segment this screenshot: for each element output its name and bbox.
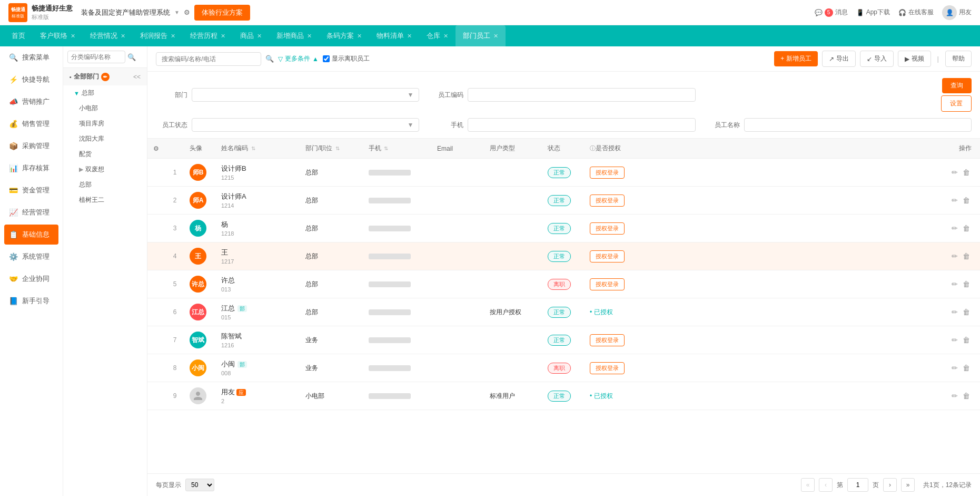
tab-add-goods[interactable]: 新增商品 ✕ <box>269 25 319 46</box>
app-download-btn[interactable]: 📱 App下载 <box>856 8 890 17</box>
dept-item-shuangfei[interactable]: ▶ 双废想 <box>63 162 147 177</box>
auth-login-btn[interactable]: 授权登录 <box>590 222 625 235</box>
show-resigned-checkbox[interactable] <box>323 55 330 62</box>
delete-btn[interactable]: 🗑 <box>961 336 972 344</box>
add-employee-btn[interactable]: + 新增员工 <box>774 51 817 66</box>
sidebar-item-search[interactable]: 🔍 搜索菜单 <box>0 46 63 69</box>
dept-item-project[interactable]: 项目库房 <box>63 116 147 131</box>
view-btn[interactable]: ▶ 视频 <box>898 51 931 67</box>
edit-btn[interactable]: ✏ <box>950 308 959 316</box>
auth-login-btn[interactable]: 授权登录 <box>590 278 625 290</box>
auth-login-btn[interactable]: 授权登录 <box>590 362 625 374</box>
pagination-first[interactable]: « <box>801 478 815 492</box>
gear-icon[interactable]: ⚙ <box>184 8 190 16</box>
edit-btn[interactable]: ✏ <box>950 392 959 400</box>
collapse-btn[interactable]: << <box>133 73 141 81</box>
phone-input[interactable] <box>468 118 695 132</box>
more-conditions-btn[interactable]: ▽ 更多条件 ▲ <box>278 54 319 63</box>
dept-search-icon[interactable]: 🔍 <box>127 53 136 61</box>
dept-item-small[interactable]: 小电部 <box>63 101 147 116</box>
tab-bom[interactable]: 物料清单 ✕ <box>369 25 419 46</box>
edit-btn[interactable]: ✏ <box>950 280 959 288</box>
auth-login-btn[interactable]: 授权登录 <box>590 194 625 207</box>
close-warehouse[interactable]: ✕ <box>443 33 448 40</box>
online-service-btn[interactable]: 🎧 在线客服 <box>898 8 934 17</box>
close-history[interactable]: ✕ <box>221 33 225 40</box>
close-staff[interactable]: ✕ <box>493 33 498 40</box>
th-name[interactable]: 姓名/编码 ⇅ <box>217 139 301 159</box>
auth-login-btn[interactable]: 授权登录 <box>590 334 625 346</box>
sidebar-item-quicknav[interactable]: ⚡ 快捷导航 <box>0 69 63 91</box>
edit-btn[interactable]: ✏ <box>950 364 959 372</box>
close-goods[interactable]: ✕ <box>257 33 262 40</box>
search-btn[interactable]: 🔍 <box>265 55 274 63</box>
sidebar-item-system[interactable]: ⚙️ 系统管理 <box>0 246 63 268</box>
tab-warehouse[interactable]: 仓库 ✕ <box>419 25 456 46</box>
trial-button[interactable]: 体验行业方案 <box>194 5 250 21</box>
page-input[interactable] <box>847 478 868 492</box>
auth-login-btn[interactable]: 授权登录 <box>590 167 625 179</box>
delete-btn[interactable]: 🗑 <box>961 392 972 400</box>
delete-btn[interactable]: 🗑 <box>961 168 972 177</box>
all-dept-label[interactable]: 全部部门 <box>74 72 99 81</box>
edit-btn[interactable]: ✏ <box>950 168 959 177</box>
delete-btn[interactable]: 🗑 <box>961 308 972 316</box>
auth-login-btn[interactable]: 授权登录 <box>590 250 625 262</box>
per-page-select[interactable]: 50 20 100 <box>185 479 214 491</box>
delete-btn[interactable]: 🗑 <box>961 364 972 372</box>
dept-item-peihe[interactable]: 配货 <box>63 147 147 162</box>
empcode-input[interactable] <box>468 88 695 102</box>
dept-item-zongbu[interactable]: 总部 <box>63 177 147 192</box>
query-btn[interactable]: 查询 <box>942 78 972 93</box>
dept-edit-icon[interactable]: ✏ <box>101 73 110 81</box>
sidebar-item-basic[interactable]: 📋 基础信息 <box>4 225 58 245</box>
delete-btn[interactable]: 🗑 <box>961 224 972 232</box>
sidebar-item-marketing[interactable]: 📣 营销推广 <box>0 91 63 113</box>
show-resigned-label[interactable]: 显示离职员工 <box>323 54 370 63</box>
th-dept[interactable]: 部门/职位 ⇅ <box>301 139 364 159</box>
close-customer[interactable]: ✕ <box>71 33 75 40</box>
empstatus-select[interactable]: ▼ <box>192 118 419 132</box>
close-operation[interactable]: ✕ <box>121 33 125 40</box>
edit-btn[interactable]: ✏ <box>950 196 959 205</box>
set-btn[interactable]: 设置 <box>941 95 972 112</box>
tab-profit[interactable]: 利润报告 ✕ <box>133 25 183 46</box>
tab-staff[interactable]: 部门员工 ✕ <box>456 25 506 46</box>
tab-barcode[interactable]: 条码方案 ✕ <box>319 25 369 46</box>
edit-btn[interactable]: ✏ <box>950 224 959 232</box>
sidebar-item-guide[interactable]: 📘 新手引导 <box>0 290 63 312</box>
dept-select[interactable]: ▼ <box>192 88 419 102</box>
sidebar-item-finance[interactable]: 💳 资金管理 <box>0 179 63 201</box>
sidebar-item-collab[interactable]: 🤝 企业协同 <box>0 268 63 290</box>
message-btn[interactable]: 💬 5 消息 <box>815 8 848 17</box>
close-barcode[interactable]: ✕ <box>357 33 362 40</box>
delete-btn[interactable]: 🗑 <box>961 252 972 260</box>
th-phone[interactable]: 手机 ⇅ <box>364 139 433 159</box>
close-add-goods[interactable]: ✕ <box>307 33 312 40</box>
system-title-dropdown[interactable]: ▼ <box>174 9 180 15</box>
dept-search-input[interactable] <box>67 51 125 63</box>
user-menu[interactable]: 👤 用友 <box>942 5 972 20</box>
delete-btn[interactable]: 🗑 <box>961 196 972 205</box>
pagination-next[interactable]: › <box>883 478 897 492</box>
tab-history[interactable]: 经营历程 ✕ <box>183 25 233 46</box>
sidebar-item-business[interactable]: 📈 经营管理 <box>0 201 63 223</box>
close-bom[interactable]: ✕ <box>407 33 412 40</box>
sidebar-item-sales[interactable]: 💰 销售管理 <box>0 113 63 135</box>
delete-btn[interactable]: 🗑 <box>961 280 972 288</box>
export-btn[interactable]: ↗ 导出 <box>822 51 856 67</box>
help-btn[interactable]: 帮助 <box>945 51 972 67</box>
tab-operation[interactable]: 经营情况 ✕ <box>83 25 133 46</box>
dept-item-general[interactable]: ▼ 总部 <box>63 85 147 101</box>
edit-btn[interactable]: ✏ <box>950 336 959 344</box>
edit-btn[interactable]: ✏ <box>950 252 959 260</box>
tab-home[interactable]: 首页 <box>4 25 33 46</box>
pagination-prev[interactable]: ‹ <box>819 478 833 492</box>
dept-item-shenyang[interactable]: 沈阳大库 <box>63 131 147 147</box>
import-btn[interactable]: ↙ 导入 <box>860 51 894 67</box>
search-input[interactable] <box>156 52 261 66</box>
dept-item-zhishu[interactable]: 植树王二 <box>63 192 147 208</box>
sidebar-item-purchase[interactable]: 📦 采购管理 <box>0 135 63 157</box>
close-profit[interactable]: ✕ <box>171 33 175 40</box>
pagination-last[interactable]: » <box>901 478 915 492</box>
